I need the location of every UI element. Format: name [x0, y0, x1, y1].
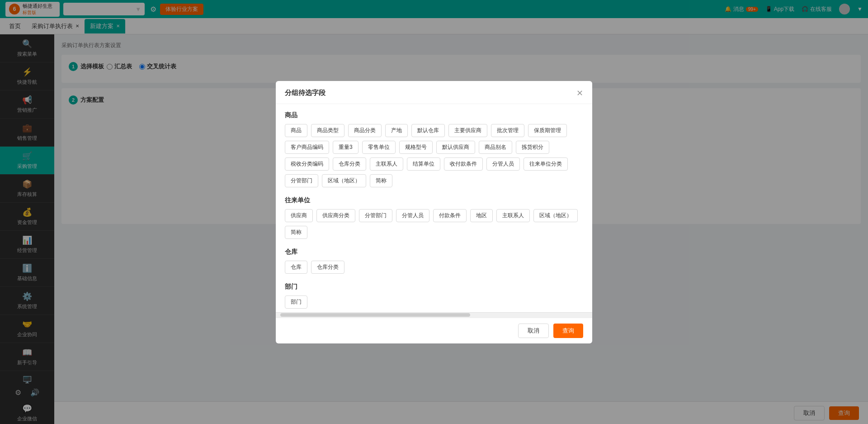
modal-overlay: 分组待选字段 ✕ 商品 商品商品类型商品分类产地默认仓库主要供应商批次管理保质期…	[0, 0, 868, 424]
modal-header: 分组待选字段 ✕	[276, 81, 592, 104]
section-product-title: 商品	[285, 111, 583, 119]
modal-confirm-btn[interactable]: 查询	[553, 324, 583, 338]
field-tag[interactable]: 主要供应商	[448, 124, 487, 137]
section-warehouse-title: 仓库	[285, 248, 583, 256]
field-tag[interactable]: 默认仓库	[411, 124, 445, 137]
field-tag[interactable]: 商品类型	[311, 124, 344, 137]
field-select-modal: 分组待选字段 ✕ 商品 商品商品类型商品分类产地默认仓库主要供应商批次管理保质期…	[276, 81, 592, 343]
section-partner-title: 往来单位	[285, 196, 583, 205]
field-tag[interactable]: 产地	[385, 124, 408, 137]
modal-body: 商品 商品商品类型商品分类产地默认仓库主要供应商批次管理保质期管理客户商品编码重…	[276, 104, 592, 312]
field-tag[interactable]: 往来单位分类	[524, 157, 568, 171]
field-tag[interactable]: 地区	[470, 209, 493, 222]
field-tag[interactable]: 默认供应商	[436, 141, 475, 154]
field-tag[interactable]: 分管人员	[486, 157, 520, 171]
field-tag[interactable]: 零售单位	[362, 141, 396, 154]
section-partner: 往来单位 供应商供应商分类分管部门分管人员付款条件地区主联系人区域（地区）简称	[285, 196, 583, 239]
field-tag[interactable]: 仓库分类	[333, 157, 366, 171]
field-tag[interactable]: 商品分类	[348, 124, 382, 137]
section-product-tags: 商品商品类型商品分类产地默认仓库主要供应商批次管理保质期管理客户商品编码重量3零…	[285, 124, 583, 187]
field-tag[interactable]: 供应商	[285, 209, 313, 222]
modal-close-btn[interactable]: ✕	[576, 88, 583, 98]
field-tag[interactable]: 收付款条件	[444, 157, 483, 171]
section-dept-title: 部门	[285, 283, 583, 291]
field-tag[interactable]: 分管人员	[396, 209, 429, 222]
hscroll-thumb	[280, 313, 470, 317]
field-tag[interactable]: 分管部门	[285, 174, 318, 187]
modal-title: 分组待选字段	[285, 89, 326, 97]
field-tag[interactable]: 客户商品编码	[285, 141, 329, 154]
field-tag[interactable]: 拣货积分	[516, 141, 549, 154]
section-warehouse: 仓库 仓库仓库分类	[285, 248, 583, 274]
field-tag[interactable]: 简称	[285, 226, 307, 239]
field-tag[interactable]: 仓库分类	[311, 261, 344, 274]
field-tag[interactable]: 主联系人	[496, 209, 530, 222]
field-tag[interactable]: 保质期管理	[528, 124, 567, 137]
section-product: 商品 商品商品类型商品分类产地默认仓库主要供应商批次管理保质期管理客户商品编码重…	[285, 111, 583, 187]
field-tag[interactable]: 商品别名	[479, 141, 512, 154]
modal-footer: 取消 查询	[276, 318, 592, 343]
field-tag[interactable]: 主联系人	[370, 157, 403, 171]
field-tag[interactable]: 区域（地区）	[322, 174, 366, 187]
field-tag[interactable]: 批次管理	[491, 124, 524, 137]
section-dept: 部门 部门	[285, 283, 583, 309]
modal-cancel-btn[interactable]: 取消	[518, 324, 549, 338]
field-tag[interactable]: 税收分类编码	[285, 157, 329, 171]
section-partner-tags: 供应商供应商分类分管部门分管人员付款条件地区主联系人区域（地区）简称	[285, 209, 583, 239]
field-tag[interactable]: 区域（地区）	[533, 209, 578, 222]
field-tag[interactable]: 供应商分类	[316, 209, 355, 222]
field-tag[interactable]: 重量3	[333, 141, 359, 154]
field-tag[interactable]: 简称	[370, 174, 392, 187]
field-tag[interactable]: 分管部门	[359, 209, 392, 222]
section-warehouse-tags: 仓库仓库分类	[285, 261, 583, 274]
field-tag[interactable]: 付款条件	[433, 209, 467, 222]
field-tag[interactable]: 商品	[285, 124, 307, 137]
section-dept-tags: 部门	[285, 295, 583, 309]
field-tag[interactable]: 部门	[285, 295, 307, 309]
field-tag[interactable]: 仓库	[285, 261, 307, 274]
modal-horizontal-scrollbar[interactable]	[276, 312, 592, 318]
field-tag[interactable]: 规格型号	[399, 141, 433, 154]
field-tag[interactable]: 结算单位	[407, 157, 440, 171]
